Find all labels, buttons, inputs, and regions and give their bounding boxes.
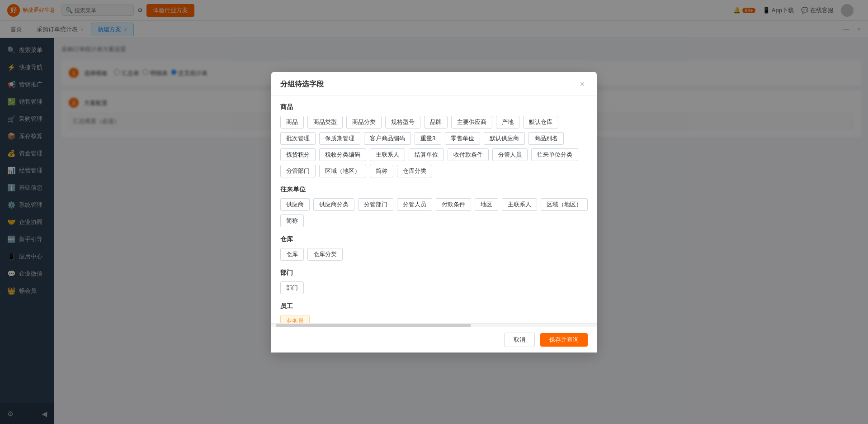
field-tag-1-0[interactable]: 供应商: [280, 198, 310, 211]
field-tag-4-0[interactable]: 业务员: [280, 315, 310, 323]
field-tags-1: 供应商供应商分类分管部门分管人员付款条件地区主联系人区域（地区）简称: [280, 198, 588, 227]
field-tags-2: 仓库仓库分类: [280, 248, 588, 261]
section-title-1: 往来单位: [280, 186, 588, 194]
field-tag-0-19[interactable]: 收付款条件: [448, 148, 489, 161]
field-tag-0-18[interactable]: 结算单位: [409, 148, 444, 161]
field-tag-0-14[interactable]: 商品别名: [528, 132, 564, 145]
field-tag-0-21[interactable]: 往来单位分类: [531, 148, 578, 161]
modal-title: 分组待选字段: [280, 80, 324, 89]
modal-footer: 取消 保存并查询: [271, 327, 597, 353]
modal-horizontal-scroll[interactable]: [271, 323, 597, 327]
field-tags-3: 部门: [280, 281, 588, 294]
field-tag-0-0[interactable]: 商品: [280, 116, 304, 129]
section-title-4: 员工: [280, 302, 588, 310]
modal-section-1: 往来单位供应商供应商分类分管部门分管人员付款条件地区主联系人区域（地区）简称: [280, 186, 588, 227]
field-tag-2-0[interactable]: 仓库: [280, 248, 304, 261]
field-tag-0-6[interactable]: 产地: [496, 116, 519, 129]
modal-section-0: 商品商品商品类型商品分类规格型号品牌主要供应商产地默认仓库批次管理保质期管理客户…: [280, 103, 588, 177]
field-tag-1-2[interactable]: 分管部门: [358, 198, 393, 211]
field-tag-0-17[interactable]: 主联系人: [370, 148, 405, 161]
field-tag-1-1[interactable]: 供应商分类: [313, 198, 354, 211]
cancel-button[interactable]: 取消: [504, 333, 535, 347]
modal-close-btn[interactable]: ×: [577, 79, 588, 90]
field-tag-1-3[interactable]: 分管人员: [397, 198, 432, 211]
field-tag-0-15[interactable]: 拣货积分: [280, 148, 316, 161]
field-tag-0-9[interactable]: 保质期管理: [319, 132, 360, 145]
field-tag-0-4[interactable]: 品牌: [424, 116, 448, 129]
modal-section-3: 部门部门: [280, 269, 588, 294]
field-tag-0-11[interactable]: 重量3: [415, 132, 441, 145]
section-title-3: 部门: [280, 269, 588, 277]
modal-section-4: 员工业务员: [280, 302, 588, 323]
field-tag-1-5[interactable]: 地区: [475, 198, 498, 211]
field-tag-0-1[interactable]: 商品类型: [307, 116, 343, 129]
field-tag-0-7[interactable]: 默认仓库: [523, 116, 558, 129]
modal-dialog: 分组待选字段 × 商品商品商品类型商品分类规格型号品牌主要供应商产地默认仓库批次…: [271, 72, 597, 353]
field-tag-0-23[interactable]: 区域（地区）: [319, 165, 366, 177]
field-tags-4: 业务员: [280, 315, 588, 323]
field-tag-0-16[interactable]: 税收分类编码: [319, 148, 366, 161]
confirm-button[interactable]: 保存并查询: [540, 333, 588, 347]
modal-overlay: 分组待选字段 × 商品商品商品类型商品分类规格型号品牌主要供应商产地默认仓库批次…: [0, 0, 868, 424]
field-tag-0-13[interactable]: 默认供应商: [484, 132, 525, 145]
field-tag-1-4[interactable]: 付款条件: [436, 198, 471, 211]
field-tag-0-5[interactable]: 主要供应商: [451, 116, 492, 129]
field-tag-1-7[interactable]: 区域（地区）: [541, 198, 588, 211]
field-tag-2-1[interactable]: 仓库分类: [307, 248, 343, 261]
field-tag-0-22[interactable]: 分管部门: [280, 165, 316, 177]
modal-header: 分组待选字段 ×: [271, 72, 597, 96]
field-tag-1-6[interactable]: 主联系人: [502, 198, 537, 211]
field-tag-0-25[interactable]: 仓库分类: [397, 165, 432, 177]
field-tag-0-24[interactable]: 简称: [370, 165, 393, 177]
field-tag-0-2[interactable]: 商品分类: [346, 116, 382, 129]
field-tag-0-8[interactable]: 批次管理: [280, 132, 316, 145]
field-tag-0-10[interactable]: 客户商品编码: [364, 132, 411, 145]
modal-body: 商品商品商品类型商品分类规格型号品牌主要供应商产地默认仓库批次管理保质期管理客户…: [271, 96, 597, 323]
field-tag-1-8[interactable]: 简称: [280, 214, 304, 227]
modal-section-2: 仓库仓库仓库分类: [280, 235, 588, 261]
section-title-2: 仓库: [280, 235, 588, 243]
field-tag-0-12[interactable]: 零售单位: [445, 132, 480, 145]
field-tags-0: 商品商品类型商品分类规格型号品牌主要供应商产地默认仓库批次管理保质期管理客户商品…: [280, 116, 588, 177]
field-tag-0-3[interactable]: 规格型号: [385, 116, 420, 129]
field-tag-0-20[interactable]: 分管人员: [492, 148, 528, 161]
section-title-0: 商品: [280, 103, 588, 111]
field-tag-3-0[interactable]: 部门: [280, 281, 304, 294]
